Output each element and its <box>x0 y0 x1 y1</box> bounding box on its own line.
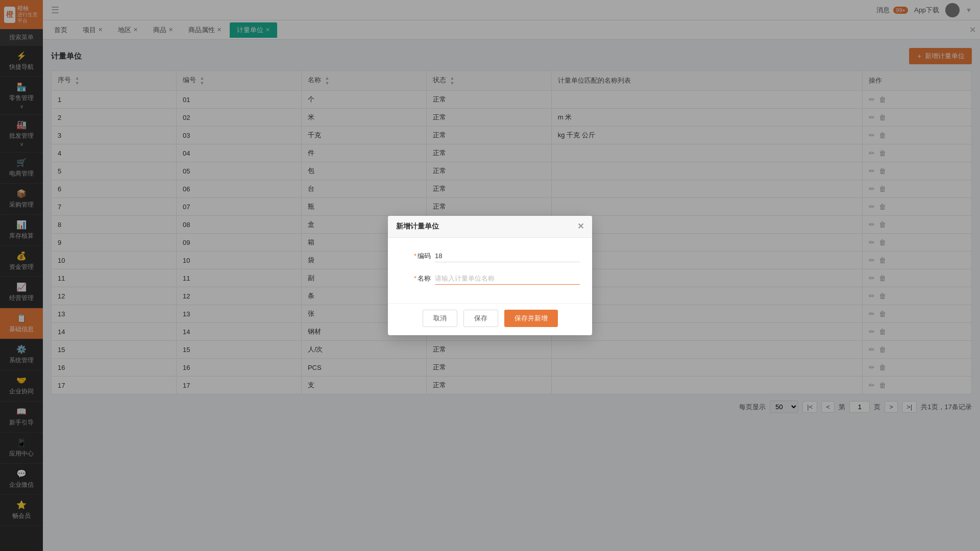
name-label: *名称 <box>400 274 431 283</box>
modal-overlay[interactable]: 新增计量单位 ✕ *编码 *名称 取消 保存 保存并新增 <box>0 0 980 551</box>
modal-header: 新增计量单位 ✕ <box>388 216 592 238</box>
modal-title: 新增计量单位 <box>396 222 439 231</box>
add-unit-modal: 新增计量单位 ✕ *编码 *名称 取消 保存 保存并新增 <box>388 216 592 335</box>
save-button[interactable]: 保存 <box>463 310 498 327</box>
form-row-name: *名称 <box>400 272 580 285</box>
cancel-button[interactable]: 取消 <box>423 310 457 327</box>
form-row-code: *编码 <box>400 250 580 262</box>
modal-footer: 取消 保存 保存并新增 <box>388 303 592 335</box>
save-and-new-button[interactable]: 保存并新增 <box>504 310 558 327</box>
name-input[interactable] <box>435 272 580 285</box>
code-input[interactable] <box>435 250 580 262</box>
modal-body: *编码 *名称 <box>388 238 592 303</box>
code-label: *编码 <box>400 252 431 261</box>
modal-close-btn[interactable]: ✕ <box>577 222 584 231</box>
